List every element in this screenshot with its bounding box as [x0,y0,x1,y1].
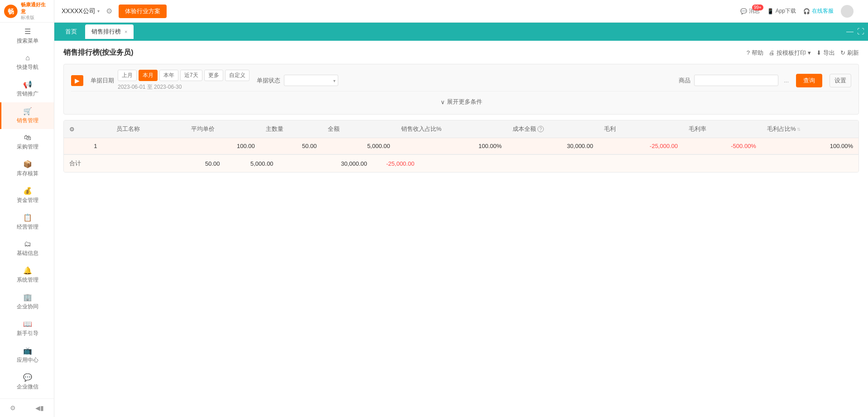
this-year-btn[interactable]: 本年 [159,70,178,81]
sidebar-item-label-marketing: 营销推广 [17,90,38,98]
help-icon: ? [747,49,750,56]
filter-row-1: ▶ 单据日期 上月 本月 本年 近7天 更多 自定义 [71,70,851,91]
col-gross-pct-header: 毛利占比% ⇅ [762,120,858,138]
sidebar-item-wechat[interactable]: 💬企业微信 [0,369,54,395]
sidebar-item-finance[interactable]: 💰资金管理 [0,182,54,209]
sidebar-item-label-sales: 销售管理 [17,117,38,125]
sidebar-item-purchase[interactable]: 🛍采购管理 [0,129,54,155]
online-service-btn[interactable]: 🎧 在线客服 [803,7,834,15]
company-selector[interactable]: XXXXX公司 ▾ [62,7,100,15]
sidebar-item-app-center[interactable]: 📺应用中心 [0,342,54,369]
row-employee-cell [111,138,186,154]
prev-month-btn[interactable]: 上月 [118,70,137,81]
collapse-sidebar-icon[interactable]: ◀▮ [34,403,46,413]
tab-close-icon[interactable]: × [125,29,127,34]
tab-sales-ranking[interactable]: 销售排行榜 × [85,24,134,39]
sidebar-nav: ☰搜索菜单⌂快捷导航📢营销推广🛒销售管理🛍采购管理📦库存核算💰资金管理📋经营管理… [0,23,54,398]
row-qty-cell: 50.00 [260,138,322,154]
maximize-icon[interactable]: ⛶ [857,28,864,36]
sidebar-item-system[interactable]: 🔔系统管理 [0,262,54,288]
sidebar-item-basic-info[interactable]: 🗂基础信息 [0,235,54,262]
expand-more-btn[interactable]: ∨ 展开更多条件 [441,98,482,106]
user-avatar[interactable] [841,5,854,18]
footer-gross: -25,000.00 [386,160,422,167]
page-container: 销售排行榜(按业务员) ? 帮助 🖨 按模板打印 ▾ ⬇ 导出 [54,41,868,417]
app-download-btn[interactable]: 📱 App下载 [767,7,796,15]
expand-more-label: 展开更多条件 [447,98,482,106]
tab-home[interactable]: 首页 [58,24,84,39]
sidebar-item-search[interactable]: ☰搜索菜单 [0,23,54,49]
footer-total-label: 合计 [69,159,106,168]
settings-filter-btn[interactable]: 设置 [830,74,851,87]
goods-input[interactable] [694,75,778,86]
table-row: 1 100.00 50.00 5,000.00 100.00% 30,000.0… [64,138,858,154]
topbar-right: 💬 消息 99+ 📱 App下载 🎧 在线客服 [740,5,861,18]
query-btn[interactable]: 查询 [796,74,822,87]
guide-icon: 📖 [23,320,32,328]
status-select-wrapper [284,75,338,86]
sidebar-item-quick-nav[interactable]: ⌂快捷导航 [0,49,54,76]
sidebar-item-vip[interactable]: V畅会员 [0,395,54,398]
logo-icon: 畅 [4,4,18,19]
expand-more-row: ∨ 展开更多条件 [71,91,851,109]
custom-date-btn[interactable]: 自定义 [225,70,249,81]
refresh-btn[interactable]: ↻ 刷新 [840,49,859,57]
table-footer: 合计 50.00 5,000.00 30,000.00 -25,000.00 [64,154,858,172]
this-month-btn[interactable]: 本月 [139,70,158,81]
print-label: 按模板打印 [777,49,806,57]
sidebar-item-label-inventory: 库存核算 [17,170,38,177]
export-btn[interactable]: ⬇ 导出 [816,49,835,57]
sidebar-item-guide[interactable]: 📖新手引导 [0,315,54,342]
more-date-btn[interactable]: 更多 [204,70,223,81]
forward-btn[interactable]: ▶ [71,75,83,86]
settings-bottom-icon[interactable]: ⚙ [8,403,18,413]
trial-btn[interactable]: 体验行业方案 [119,5,167,18]
column-settings-icon[interactable]: ⚙ [69,126,75,133]
app-label: App下载 [776,7,796,15]
message-badge: 99+ [752,5,763,10]
print-btn[interactable]: 🖨 按模板打印 ▾ [769,49,811,57]
help-btn[interactable]: ? 帮助 [747,49,763,57]
sidebar-item-operations[interactable]: 📋经营管理 [0,209,54,235]
date-range-text: 2023-06-01 至 2023-06-30 [118,83,249,91]
export-label: 导出 [823,49,835,57]
quick-nav-icon: ⌂ [25,54,30,62]
date-quick-btns: 上月 本月 本年 近7天 更多 自定义 [118,70,249,81]
logo-name: 畅康通好生意 [21,1,50,14]
data-table: ⚙ 员工名称 平均单价 主数量 全额 销售收入占比% [64,120,858,154]
sidebar-item-inventory[interactable]: 📦库存核算 [0,155,54,182]
tabbar-window-controls: — ⛶ [846,28,864,36]
goods-more-icon[interactable]: ... [784,77,789,84]
sidebar-item-sales[interactable]: 🛒销售管理 [0,102,54,129]
sort-icon[interactable]: ⇅ [797,127,801,132]
status-select[interactable] [284,75,338,86]
sales-icon: 🛒 [23,107,32,115]
sidebar-item-marketing[interactable]: 📢营销推广 [0,76,54,102]
sidebar: 畅 畅康通好生意 标准版 ☰搜索菜单⌂快捷导航📢营销推广🛒销售管理🛍采购管理📦库… [0,0,54,417]
col-avg-price-header: 平均单价 [186,120,260,138]
sidebar-item-enterprise[interactable]: 🏢企业协同 [0,288,54,315]
last7days-btn[interactable]: 近7天 [180,70,202,81]
purchase-icon: 🛍 [24,134,31,142]
basic-info-icon: 🗂 [24,240,31,248]
svg-text:畅: 畅 [8,7,14,14]
row-gross-pct-cell: 100.00% [762,138,858,154]
topbar-settings-icon[interactable]: ⚙ [104,5,114,17]
row-settings-cell [64,138,80,154]
message-btn[interactable]: 💬 消息 99+ [740,7,760,15]
minimize-icon[interactable]: — [846,28,854,36]
col-sales-pct-header: 销售收入占比% [396,120,508,138]
row-cost-cell: 30,000.00 [507,138,599,154]
operations-icon: 📋 [23,213,32,222]
cost-info-icon[interactable]: ? [537,126,544,132]
printer-icon: 🖨 [769,49,775,56]
app-center-icon: 📺 [23,346,32,355]
sidebar-item-label-wechat: 企业微信 [17,383,38,391]
col-cost-header: 成本全额 ? [507,120,599,138]
page-content: 销售排行榜(按业务员) ? 帮助 🖨 按模板打印 ▾ ⬇ 导出 [54,41,868,417]
tab-label: 销售排行榜 [91,28,121,36]
system-icon: 🔔 [23,266,32,275]
company-dropdown-icon: ▾ [97,9,100,14]
headset-icon: 🎧 [803,8,810,14]
tabbar: 首页 销售排行榜 × — ⛶ [54,23,868,41]
